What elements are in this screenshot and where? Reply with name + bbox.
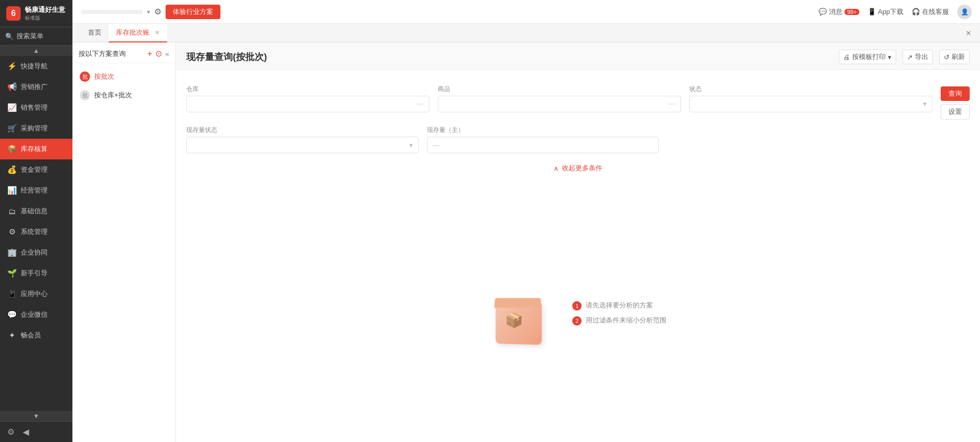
empty-tip-2: 2 用过滤条件来缩小分析范围 [572,316,666,326]
sidebar-item-operations[interactable]: 📊 经营管理 [0,180,72,201]
sales-icon: 📈 [7,103,17,112]
refresh-label: 刷新 [952,52,965,62]
tab-inventory-batch[interactable]: 库存批次账 ✕ [109,24,167,42]
topbar-gear-icon[interactable]: ⚙ [154,7,161,17]
topbar-dropdown-icon[interactable]: ▾ [147,8,150,16]
filter-row-2: 现存量状态 ▾ 现存量（主） — [186,126,970,153]
collapse-more-label: 收起更多条件 [562,164,602,173]
tab-close-icon[interactable]: ✕ [155,29,160,36]
basics-icon: 🗂 [7,207,17,216]
settings-footer-icon[interactable]: ⚙ [7,427,14,437]
collapse-more-button[interactable]: ∧ 收起更多条件 [186,159,970,177]
tab-home[interactable]: 首页 [81,24,109,42]
sidebar-item-appstore[interactable]: 📱 应用中心 [0,284,72,304]
sidebar-item-newbie[interactable]: 🌱 新手引导 [0,263,72,284]
messages-button[interactable]: 💬 消息 99+ [819,7,859,17]
app-download-icon: 📱 [868,8,876,16]
collapse-chevron-icon: ∧ [554,165,559,172]
scroll-up-button[interactable]: ▲ [0,46,72,56]
scheme-by-batch-icon: 批 [80,71,90,82]
trial-button[interactable]: 体验行业方案 [166,5,220,19]
tabbar: 首页 库存批次账 ✕ ✕ [72,24,980,42]
inventory-icon: 📦 [7,144,17,154]
sidebar-title-block: 畅康通好生意 标准版 [25,5,65,22]
warehouse-filter-input[interactable]: ··· [186,96,429,112]
refresh-button[interactable]: ↺ 刷新 [939,50,970,64]
product-filter-input[interactable]: ··· [438,96,681,112]
print-icon: 🖨 [843,53,850,61]
edition-label: 标准版 [25,14,65,22]
tab-inventory-batch-label: 库存批次账 [116,28,150,37]
collapse-sidebar-icon[interactable]: ◀ [23,427,29,437]
warehouse-filter-dots[interactable]: ··· [417,99,424,109]
scheme-item-by-warehouse-batch[interactable]: 批 按仓库+批次 [72,86,175,105]
right-content-panel: 现存量查询(按批次) 🖨 按模板打印 ▾ ↗ 导出 ↺ 刷新 [176,42,980,442]
scheme-settings-icon[interactable]: ⊙ [155,49,162,58]
user-avatar[interactable]: 👤 [957,5,972,19]
sidebar-item-marketing[interactable]: 📢 营销推广 [0,77,72,97]
product-filter-dots[interactable]: ··· [669,99,675,109]
print-dropdown-icon[interactable]: ▾ [888,53,892,61]
page-header: 现存量查询(按批次) 🖨 按模板打印 ▾ ↗ 导出 ↺ 刷新 [176,42,980,70]
marketing-icon: 📢 [7,82,17,92]
sidebar-item-basics[interactable]: 🗂 基础信息 [0,201,72,222]
query-button[interactable]: 查询 [941,86,970,101]
sidebar: 6 畅康通好生意 标准版 🔍 搜索菜单 ▲ ⚡ 快捷导航 📢 营销推广 📈 销售… [0,0,72,442]
sidebar-item-label: 营销推广 [21,82,48,92]
print-template-label: 按模板打印 [852,52,886,62]
range-dash: — [433,141,439,149]
scheme-item-by-batch[interactable]: 批 按批次 [72,67,175,86]
stock-status-filter-select[interactable]: ▾ [186,137,419,153]
add-scheme-button[interactable]: + [147,49,152,58]
sidebar-item-inventory[interactable]: 📦 库存核算 [0,139,72,159]
scroll-down-button[interactable]: ▼ [0,411,72,421]
online-service-label: 在线客服 [922,7,949,17]
action-buttons: 查询 设置 [941,86,970,120]
sidebar-item-label: 库存核算 [21,144,48,154]
left-panel-title: 按以下方案查询 [79,49,126,58]
newbie-icon: 🌱 [7,269,17,278]
content-area: 按以下方案查询 + ⊙ « 批 按批次 批 按 [72,42,980,442]
app-download-button[interactable]: 📱 App下载 [868,7,903,17]
enterprise-icon: 🏢 [7,248,17,257]
sidebar-item-system[interactable]: ⚙ 系统管理 [0,222,72,242]
sidebar-item-label: 基础信息 [21,207,48,216]
search-icon: 🔍 [5,33,13,40]
warehouse-filter-field: 仓库 ··· [186,85,429,112]
sidebar-item-shortcut[interactable]: ⚡ 快捷导航 [0,56,72,77]
sidebar-item-label: 系统管理 [21,227,48,237]
collapse-panel-icon[interactable]: « [165,50,169,58]
box-lid [494,298,542,308]
tip-2-number: 2 [572,316,582,326]
status-filter-select[interactable]: ▾ [689,96,932,112]
topbar-right: 💬 消息 99+ 📱 App下载 🎧 在线客服 👤 [819,5,972,19]
status-filter-label: 状态 [689,85,932,94]
scheme-list: 批 按批次 批 按仓库+批次 [72,63,175,442]
settings-button[interactable]: 设置 [941,104,970,120]
sidebar-item-sales[interactable]: 📈 销售管理 [0,97,72,118]
sidebar-item-purchase[interactable]: 🛒 采购管理 [0,118,72,139]
print-template-button[interactable]: 🖨 按模板打印 ▾ [839,50,896,64]
export-icon: ↗ [907,53,913,61]
sidebar-footer: ⚙ ◀ [0,421,72,442]
sidebar-item-enterprise[interactable]: 🏢 企业协同 [0,242,72,263]
appstore-icon: 📱 [7,289,17,299]
online-service-button[interactable]: 🎧 在线客服 [912,7,949,17]
app-download-label: App下载 [878,7,903,17]
sidebar-item-label: 采购管理 [21,124,48,133]
stock-qty-filter-range[interactable]: — [427,137,659,153]
filter-area: 仓库 ··· 商品 ··· [176,70,980,184]
sidebar-item-vip[interactable]: ✦ 畅会员 [0,325,72,346]
tab-home-label: 首页 [88,28,101,37]
wecom-icon: 💬 [7,310,17,319]
tab-panel-close-button[interactable]: ✕ [957,29,980,37]
sidebar-item-wecom[interactable]: 💬 企业微信 [0,304,72,325]
sidebar-item-finance[interactable]: 💰 资金管理 [0,159,72,180]
sidebar-item-label: 企业微信 [21,310,48,319]
search-menu-item[interactable]: 🔍 搜索菜单 [0,27,72,46]
box-icon: 📦 [505,312,523,329]
export-button[interactable]: ↗ 导出 [902,50,933,64]
product-filter-field: 商品 ··· [438,85,681,112]
empty-icon-container: 📦 [489,282,552,344]
stock-status-filter-label: 现存量状态 [186,126,419,135]
